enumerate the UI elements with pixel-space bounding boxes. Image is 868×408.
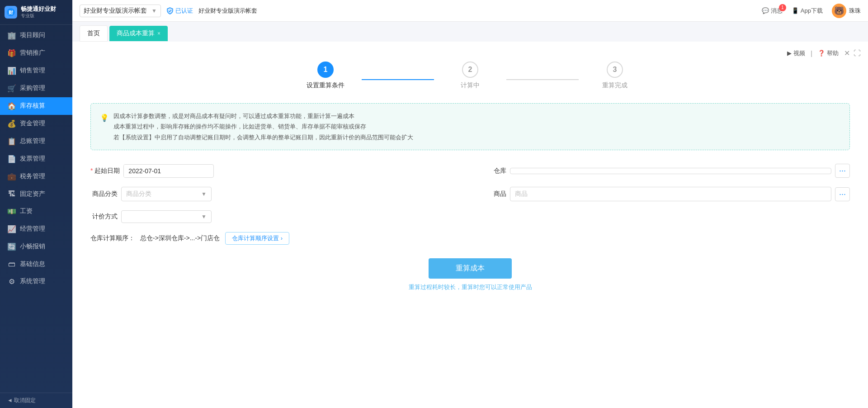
- tab-close-icon[interactable]: ×: [157, 30, 160, 37]
- recalc-button[interactable]: 重算成本: [429, 258, 512, 279]
- category-select[interactable]: 商品分类 ▼: [121, 187, 212, 201]
- divider: |: [811, 50, 812, 57]
- sidebar-logo-icon: 财: [5, 6, 17, 19]
- recalc-section: 重算成本 重算过程耗时较长，重算时您可以正常使用产品: [90, 258, 850, 291]
- sales-icon: 📊: [7, 66, 16, 75]
- message-button[interactable]: 💬 消息 1: [762, 7, 783, 15]
- pricing-label: 计价方式: [90, 213, 118, 221]
- sidebar-item-system[interactable]: ⚙ 系统管理: [0, 273, 72, 290]
- sidebar-item-label-payroll: 工资: [20, 207, 33, 215]
- sidebar-item-sales[interactable]: 📊 销售管理: [0, 62, 72, 80]
- step-1: 1 设置重算条件: [289, 62, 362, 90]
- close-icon[interactable]: ✕: [844, 49, 850, 57]
- topbar-account-name: 好业财专业版演示帐套: [198, 7, 257, 15]
- step-2-number: 2: [468, 66, 472, 74]
- account-selector[interactable]: 好业财专业版演示帐套 ▼: [80, 5, 161, 17]
- video-link[interactable]: ▶ 视频: [787, 49, 805, 57]
- sidebar-header: 财 畅捷通好业财 专业版: [0, 0, 72, 25]
- sidebar-nav: 🏢 项目顾问 🎁 营销推广 📊 销售管理 🛒 采购管理 🏠 库存核算 💰 资金管…: [0, 25, 72, 393]
- step-2-label: 计算中: [461, 81, 480, 90]
- recalc-button-label: 重算成本: [456, 264, 485, 272]
- user-profile[interactable]: 🐻 珠珠: [832, 4, 861, 18]
- form-row-2: 商品分类 商品分类 ▼ 商品 商品 ···: [90, 187, 850, 201]
- sidebar-item-label-inventory: 库存核算: [20, 102, 45, 110]
- start-date-input[interactable]: [124, 165, 212, 177]
- invoice-icon: 📄: [7, 155, 16, 163]
- message-badge: 1: [779, 4, 786, 11]
- product-label: 商品: [479, 190, 506, 198]
- sidebar-item-label-finance: 资金管理: [20, 119, 45, 128]
- tab-home-label: 首页: [87, 29, 100, 37]
- step-2-circle: 2: [462, 62, 478, 78]
- category-field: 商品分类 商品分类 ▼: [90, 187, 461, 201]
- app-download-button[interactable]: 📱 App下载: [792, 7, 823, 15]
- tab-cost-recalc[interactable]: 商品成本重算 ×: [109, 26, 168, 41]
- question-icon: ❓: [818, 50, 825, 57]
- warehouse-order-row: 仓库计算顺序： 总仓->深圳仓库->...->门店仓 仓库计算顺序设置 ›: [90, 232, 850, 245]
- unpin-label: ◄ 取消固定: [7, 397, 36, 404]
- step-1-circle: 1: [317, 62, 334, 78]
- product-dots-button[interactable]: ···: [835, 187, 850, 201]
- tax-icon: 💼: [7, 172, 16, 181]
- sidebar-item-expense[interactable]: 🔄 小畅报销: [0, 238, 72, 256]
- form-row-3: 计价方式 ▼: [90, 210, 850, 223]
- step-1-label: 设置重算条件: [307, 81, 344, 90]
- sidebar-item-assets[interactable]: 🏗 固定资产: [0, 185, 72, 203]
- pricing-select[interactable]: ▼: [121, 210, 212, 223]
- purchase-icon: 🛒: [7, 84, 16, 93]
- warehouse-field: 仓库 ···: [479, 164, 850, 178]
- category-label: 商品分类: [90, 190, 118, 198]
- content-area: ▶ 视频 | ❓ 帮助 ✕ ⛶ 1 设置重算条件: [72, 42, 868, 408]
- marketing-icon: 🎁: [7, 49, 16, 57]
- sidebar-item-label-sales: 销售管理: [20, 66, 45, 75]
- step-1-number: 1: [324, 66, 328, 74]
- product-field: 商品 商品 ···: [479, 187, 850, 201]
- calendar-icon[interactable]: 📅: [212, 165, 214, 177]
- sidebar-item-invoice[interactable]: 📄 发票管理: [0, 150, 72, 168]
- main-area: 好业财专业版演示帐套 ▼ 已认证 好业财专业版演示帐套 💬 消息 1 📱 App…: [72, 0, 868, 408]
- project-icon: 🏢: [7, 31, 16, 40]
- start-date-label: * 起始日期: [90, 167, 120, 175]
- sidebar-item-tax[interactable]: 💼 税务管理: [0, 168, 72, 185]
- sidebar-item-marketing[interactable]: 🎁 营销推广: [0, 44, 72, 62]
- sidebar-item-basic[interactable]: 🗃 基础信息: [0, 256, 72, 273]
- step-3-circle: 3: [607, 62, 623, 78]
- chevron-down-icon-category: ▼: [201, 191, 207, 197]
- avatar: 🐻: [832, 4, 846, 18]
- warehouse-input[interactable]: [510, 168, 831, 174]
- content-actions: ▶ 视频 | ❓ 帮助 ✕ ⛶: [787, 49, 861, 57]
- info-text-3: 若【系统设置】中启用了自动调整记账日期时，会调整入库单的整单记账日期，因此重新计…: [113, 132, 413, 142]
- sidebar-item-label-accounting: 总账管理: [20, 137, 45, 145]
- window-controls: ✕ ⛶: [844, 49, 861, 57]
- inventory-icon: 🏠: [7, 102, 16, 110]
- product-input[interactable]: 商品: [510, 187, 831, 201]
- step-line-1: [362, 79, 434, 80]
- sidebar-item-inventory[interactable]: 🏠 库存核算: [0, 97, 72, 115]
- sidebar-edition: 专业版: [21, 13, 56, 19]
- sidebar-item-label-expense: 小畅报销: [20, 242, 45, 251]
- sidebar-item-project[interactable]: 🏢 项目顾问: [0, 27, 72, 44]
- tab-home[interactable]: 首页: [80, 25, 108, 42]
- step-line-2: [506, 79, 579, 80]
- sidebar-item-accounting[interactable]: 📋 总账管理: [0, 133, 72, 150]
- sidebar-item-operations[interactable]: 📈 经营管理: [0, 220, 72, 238]
- finance-icon: 💰: [7, 119, 16, 128]
- phone-icon: 📱: [792, 7, 799, 14]
- sidebar: 财 畅捷通好业财 专业版 🏢 项目顾问 🎁 营销推广 📊 销售管理 🛒 采购管理…: [0, 0, 72, 408]
- expand-icon[interactable]: ⛶: [854, 49, 861, 57]
- steps-container: 1 设置重算条件 2 计算中 3 重算完成: [289, 62, 651, 90]
- help-link[interactable]: ❓ 帮助: [818, 49, 839, 57]
- sidebar-item-finance[interactable]: 💰 资金管理: [0, 115, 72, 133]
- message-icon: 💬: [762, 7, 769, 14]
- warehouse-settings-button[interactable]: 仓库计算顺序设置 ›: [225, 232, 289, 245]
- warehouse-label: 仓库: [479, 167, 506, 175]
- sidebar-item-payroll[interactable]: 💵 工资: [0, 203, 72, 220]
- info-text-1: 因成本计算参数调整，或是对商品成本有疑问时，可以通过成本重算功能，重新计算一遍成…: [113, 111, 413, 121]
- sidebar-unpin-button[interactable]: ◄ 取消固定: [0, 393, 72, 408]
- warehouse-dots-button[interactable]: ···: [835, 164, 850, 178]
- category-placeholder: 商品分类: [126, 190, 201, 198]
- account-selector-text: 好业财专业版演示帐套: [84, 7, 147, 15]
- sidebar-item-purchase[interactable]: 🛒 采购管理: [0, 80, 72, 97]
- start-date-input-wrapper[interactable]: 📅: [123, 164, 214, 178]
- sidebar-item-label-tax: 税务管理: [20, 172, 45, 180]
